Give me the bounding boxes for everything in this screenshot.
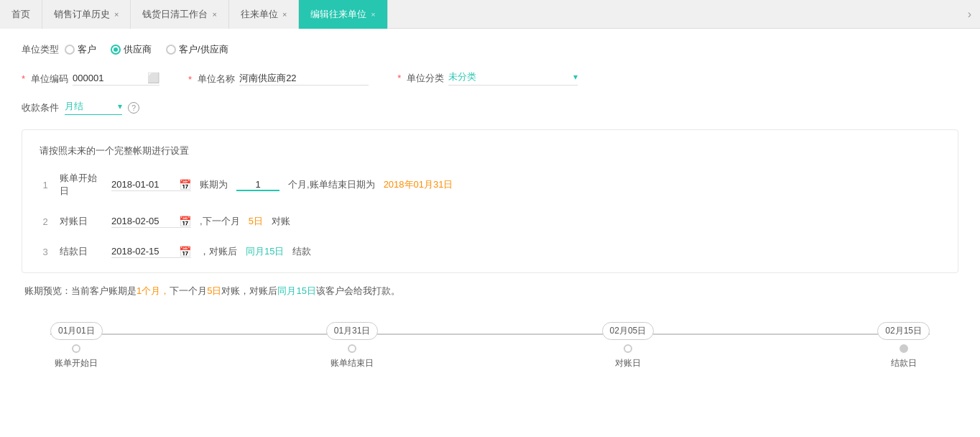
period-date-1: 📅: [111, 179, 191, 191]
tl-label-1: 账单开始日: [55, 357, 98, 369]
tl-label-4: 结款日: [891, 357, 917, 369]
period-settings-box: 请按照未来的一个完整帐期进行设置 1 账单开始日 📅 账期为 个月,账单结束日期…: [22, 129, 958, 273]
radio-customer-circle: [65, 45, 75, 55]
unit-name-star: *: [188, 74, 192, 85]
preview-suffix: 该客户会给我打款。: [316, 285, 400, 296]
period-highlight-3: 同月15日: [246, 245, 284, 258]
radio-customer-label: 客户: [78, 43, 96, 56]
tabs-bar: 首页 销售订单历史 × 钱货日清工作台 × 往来单位 × 编辑往来单位 × ›: [0, 0, 980, 29]
tab-sales-history-close[interactable]: ×: [114, 10, 119, 19]
tl-badge-2: 01月31日: [326, 322, 379, 340]
page-content: 单位类型 客户 供应商 客户/供应商 * 单位编码 ⬜: [0, 29, 980, 437]
preview-part3-highlight: 同月15日: [277, 285, 315, 296]
unit-code-star: *: [22, 73, 25, 84]
tl-dot-2: [348, 344, 356, 353]
unit-fields-row: * 单位编码 ⬜ * 单位名称 * 单位分类 未分类 ▾: [22, 70, 958, 86]
radio-both-circle: [166, 45, 176, 55]
period-label-2: 对账日: [60, 215, 103, 228]
tab-partner-units[interactable]: 往来单位 ×: [229, 0, 299, 29]
tab-sales-history-label: 销售订单历史: [54, 8, 110, 21]
period-desc-3b: 结款: [292, 245, 311, 258]
period-num-3: 3: [40, 247, 51, 257]
payment-condition-row: 收款条件 月结 ▾ ?: [22, 100, 958, 115]
tl-label-2: 账单结束日: [330, 357, 374, 369]
unit-code-input[interactable]: [73, 73, 144, 83]
unit-type-label: 单位类型: [22, 43, 59, 56]
unit-type-row: 单位类型 客户 供应商 客户/供应商: [22, 43, 958, 56]
period-date-input-3[interactable]: [111, 246, 176, 257]
period-desc-1a: 账期为: [200, 178, 228, 191]
tl-label-3: 对账日: [615, 357, 641, 369]
unit-category-star: *: [397, 73, 401, 83]
period-row-2: 2 对账日 📅 ,下一个月5日对账: [40, 215, 940, 228]
period-desc-2a: ,下一个月: [200, 215, 240, 228]
unit-code-label: 单位编码: [31, 73, 68, 86]
period-date-2: 📅: [111, 216, 191, 228]
timeline-point-4: 02月15日 结款日: [877, 322, 930, 369]
tab-partner-units-label: 往来单位: [241, 8, 278, 21]
period-row-1: 1 账单开始日 📅 账期为 个月,账单结束日期为 2018年01月31日: [40, 172, 940, 198]
preview-part2-text: 下一个月: [170, 285, 207, 296]
copy-icon[interactable]: ⬜: [147, 72, 160, 83]
radio-customer[interactable]: 客户: [65, 43, 96, 56]
period-instruction: 请按照未来的一个完整帐期进行设置: [40, 144, 940, 157]
tabs-chevron-icon[interactable]: ›: [959, 8, 980, 21]
period-month-input[interactable]: [236, 179, 279, 191]
period-desc-2b: 对账: [272, 215, 290, 228]
payment-condition-arrow-icon: ▾: [118, 101, 122, 111]
radio-supplier-label: 供应商: [124, 43, 152, 56]
period-date-input-2[interactable]: [111, 216, 176, 226]
tl-date-1: 01月01日: [58, 326, 95, 336]
radio-supplier-circle: [111, 45, 121, 55]
timeline-point-2: 01月31日 账单结束日: [326, 322, 379, 369]
payment-condition-label: 收款条件: [22, 101, 59, 114]
tl-badge-1: 01月01日: [50, 322, 103, 340]
period-label-1: 账单开始日: [60, 172, 103, 198]
unit-category-select[interactable]: 未分类 ▾: [448, 70, 578, 86]
preview-part1: 1个月，: [137, 285, 170, 296]
help-icon[interactable]: ?: [128, 102, 139, 114]
period-num-1: 1: [40, 180, 51, 190]
tl-date-2: 01月31日: [334, 326, 371, 336]
preview-prefix: 账期预览：当前客户账期是: [24, 285, 137, 296]
calendar-icon-2[interactable]: 📅: [179, 216, 191, 227]
unit-category-value: 未分类: [448, 70, 570, 83]
period-highlight-2: 5日: [249, 215, 263, 228]
unit-code-field: ⬜: [73, 72, 160, 86]
tab-partner-units-close[interactable]: ×: [282, 10, 287, 19]
period-date-input-1[interactable]: [111, 179, 176, 190]
calendar-icon-3[interactable]: 📅: [179, 246, 191, 257]
unit-type-radio-group: 客户 供应商 客户/供应商: [65, 43, 228, 56]
tab-edit-partner-close[interactable]: ×: [371, 10, 375, 19]
unit-category-arrow-icon: ▾: [573, 72, 578, 82]
tl-dot-4: [900, 344, 908, 353]
unit-name-field: [239, 73, 369, 86]
radio-both[interactable]: 客户/供应商: [166, 43, 228, 56]
period-label-3: 结款日: [60, 245, 103, 258]
tab-cash-work-label: 钱货日清工作台: [142, 8, 208, 21]
unit-name-input[interactable]: [239, 73, 369, 83]
payment-condition-select[interactable]: 月结 ▾: [65, 100, 122, 115]
period-end-date-1: 2018年01月31日: [384, 178, 453, 191]
tl-badge-4: 02月15日: [877, 322, 930, 340]
preview-section: 账期预览：当前客户账期是1个月，下一个月5日对账，对账后同月15日该客户会给我打…: [22, 285, 958, 298]
timeline-point-1: 01月01日 账单开始日: [50, 322, 103, 369]
period-row-3: 3 结款日 📅 ，对账后同月15日结款: [40, 245, 940, 258]
tl-badge-3: 02月05日: [602, 322, 655, 340]
tab-cash-work[interactable]: 钱货日清工作台 ×: [131, 0, 228, 29]
tab-home[interactable]: 首页: [0, 0, 42, 29]
timeline: 01月01日 账单开始日 01月31日 账单结束日 02月05日: [22, 315, 958, 369]
tl-date-3: 02月05日: [610, 326, 647, 336]
tab-sales-history[interactable]: 销售订单历史 ×: [42, 0, 131, 29]
tl-dot-1: [72, 344, 80, 353]
tab-edit-partner[interactable]: 编辑往来单位 ×: [299, 0, 387, 29]
tl-date-4: 02月15日: [885, 326, 922, 336]
payment-condition-value: 月结: [65, 100, 115, 113]
calendar-icon-1[interactable]: 📅: [179, 179, 191, 190]
preview-part3-text: 对账，对账后: [221, 285, 277, 296]
period-date-3: 📅: [111, 246, 191, 258]
period-desc-1b: 个月,账单结束日期为: [288, 178, 375, 191]
unit-name-label: 单位名称: [198, 73, 235, 86]
radio-supplier[interactable]: 供应商: [111, 43, 152, 56]
tab-cash-work-close[interactable]: ×: [212, 10, 216, 19]
